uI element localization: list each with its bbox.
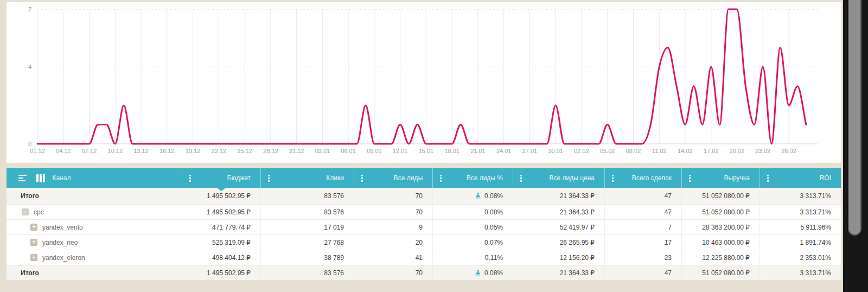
column-menu-icon[interactable]: [765, 173, 770, 184]
channels-table: КаналБюджетКликиВсе лидыВсе лиды %Все ли…: [7, 168, 841, 280]
cell-budget: 1 495 502.95 ₽: [182, 265, 260, 280]
column-menu-icon[interactable]: [188, 173, 193, 184]
y-axis-label: 7: [28, 6, 31, 12]
column-menu-icon[interactable]: [266, 173, 271, 184]
cell-revenue: 51 052 080.00 ₽: [681, 188, 760, 204]
cell-value: 3 313.71%: [800, 269, 831, 277]
leads-chart-card: 01.1204.1207.1210.1213.1216.1219.1222.12…: [7, 2, 841, 163]
cell-value: 0.07%: [484, 239, 503, 246]
cell-revenue: 51 052 080.00 ₽: [681, 265, 760, 280]
column-menu-icon[interactable]: [610, 173, 615, 184]
cell-deals: 47: [604, 188, 681, 204]
cell-lead-cost: 26 265.95 ₽: [513, 235, 604, 250]
expand-icon[interactable]: +: [30, 224, 37, 231]
header-label: ROI: [820, 174, 841, 182]
x-axis-label: 06.01: [341, 148, 356, 154]
channel-cell[interactable]: –cpc: [7, 205, 182, 219]
cell-value: 20: [416, 239, 423, 246]
header-label: Бюджет: [227, 174, 260, 182]
cell-value: 38 789: [324, 254, 344, 262]
channel-name: yandex_vento: [42, 224, 83, 231]
column-menu-icon[interactable]: [519, 173, 524, 184]
cell-deals: 23: [604, 250, 681, 265]
cell-value: 0.08%: [484, 192, 503, 200]
header-budget[interactable]: Бюджет: [182, 168, 260, 188]
x-axis-label: 31.12: [289, 148, 304, 154]
cell-budget: 1 495 502.95 ₽: [182, 205, 260, 219]
header-label: Все лиды цена: [550, 174, 604, 182]
rocket-icon[interactable]: [475, 192, 481, 200]
scrollbar-thumb[interactable]: [848, 0, 861, 236]
cell-leads-pct: 0.05%: [432, 220, 513, 234]
column-menu-icon[interactable]: [687, 173, 692, 184]
leads-chart: 01.1204.1207.1210.1213.1216.1219.1222.12…: [7, 2, 841, 163]
collapse-icon[interactable]: –: [22, 208, 29, 215]
cell-value: 12 225 880.00 ₽: [702, 254, 750, 262]
cell-value: 83 576: [324, 208, 344, 216]
table-row: +yandex_neo525 319.09 ₽27 768200.07%26 2…: [7, 234, 841, 250]
header-leads[interactable]: Все лиды: [354, 168, 432, 188]
cell-value: 3 313.71%: [800, 208, 831, 216]
cell-deals: 17: [604, 235, 681, 250]
table-row: –cpc1 495 502.95 ₽83 576700.08%21 364.33…: [7, 204, 841, 219]
columns-icon[interactable]: [36, 174, 45, 182]
header-lead-cost[interactable]: Все лиды цена: [513, 168, 604, 188]
cell-roi: 3 313.71%: [760, 265, 841, 280]
x-axis-label: 04.12: [56, 148, 71, 154]
cell-value: 47: [665, 208, 672, 216]
cell-value: 3 313.71%: [800, 192, 831, 200]
header-revenue[interactable]: Выручка: [681, 168, 760, 188]
table-header: КаналБюджетКликиВсе лидыВсе лиды %Все ли…: [7, 168, 841, 188]
cell-value: 51 052 080.00 ₽: [702, 208, 750, 216]
channel-cell[interactable]: +yandex_vento: [7, 220, 182, 234]
y-axis-label: 4: [28, 64, 31, 70]
header-clicks[interactable]: Клики: [260, 168, 354, 188]
channel-name: Итого: [21, 269, 39, 277]
x-axis-label: 22.12: [212, 148, 227, 154]
rocket-icon[interactable]: [475, 269, 481, 277]
x-axis-label: 05.02: [600, 148, 615, 154]
cell-deals: 47: [604, 205, 681, 219]
x-axis-label: 27.01: [522, 148, 538, 154]
header-leads-pct[interactable]: Все лиды %: [432, 168, 513, 188]
header-deals[interactable]: Всего сделок: [604, 168, 681, 188]
cell-value: 51 052 080.00 ₽: [702, 192, 750, 200]
expand-icon[interactable]: +: [30, 239, 37, 246]
cell-lead-cost: 52 419.97 ₽: [513, 220, 604, 234]
leads-line-series: [37, 9, 806, 144]
column-menu-icon[interactable]: [438, 173, 443, 184]
cell-revenue: 51 052 080.00 ₽: [681, 205, 760, 219]
cell-clicks: 17 019: [260, 220, 354, 234]
header-kanal[interactable]: Канал: [7, 168, 182, 188]
x-axis-label: 17.02: [704, 148, 719, 154]
cell-lead-cost: 21 364.33 ₽: [513, 188, 604, 204]
channel-cell[interactable]: +yandex_eleron: [7, 250, 182, 265]
y-axis-label: 0: [28, 141, 31, 147]
cell-value: 17: [665, 239, 672, 246]
channel-cell[interactable]: +yandex_neo: [7, 235, 182, 250]
table-row: Итого1 495 502.95 ₽83 576700.08%21 364.3…: [7, 188, 841, 204]
column-menu-icon[interactable]: [360, 173, 365, 184]
cell-lead-cost: 21 364.33 ₽: [513, 265, 604, 280]
table-row: +yandex_vento471 779.74 ₽17 01990.05%52 …: [7, 219, 841, 234]
cell-value: 7: [668, 224, 672, 231]
table-row: Итого1 495 502.95 ₽83 576700.08%21 364.3…: [7, 265, 841, 280]
cell-value: 17 019: [324, 224, 344, 231]
filter-icon[interactable]: [18, 175, 27, 182]
expand-icon[interactable]: +: [30, 254, 37, 261]
cell-budget: 498 404.12 ₽: [182, 250, 260, 265]
cell-clicks: 27 768: [260, 235, 354, 250]
x-axis-label: 14.02: [678, 148, 693, 154]
header-roi[interactable]: ROI: [760, 168, 841, 188]
cell-deals: 7: [604, 220, 681, 234]
scrollbar-track[interactable]: [843, 0, 868, 292]
x-axis-label: 23.02: [756, 148, 771, 154]
header-label: Канал: [53, 174, 71, 182]
cell-revenue: 28 363 200.00 ₽: [681, 220, 760, 234]
cell-roi: 2 353.01%: [760, 250, 841, 265]
cell-value: 1 495 502.95 ₽: [207, 208, 251, 216]
x-axis-label: 15.01: [419, 148, 434, 154]
cell-leads-pct: 0.08%: [432, 265, 513, 280]
table-row: +yandex_eleron498 404.12 ₽38 789410.11%1…: [7, 250, 841, 265]
cell-value: 5 911.96%: [801, 224, 832, 231]
